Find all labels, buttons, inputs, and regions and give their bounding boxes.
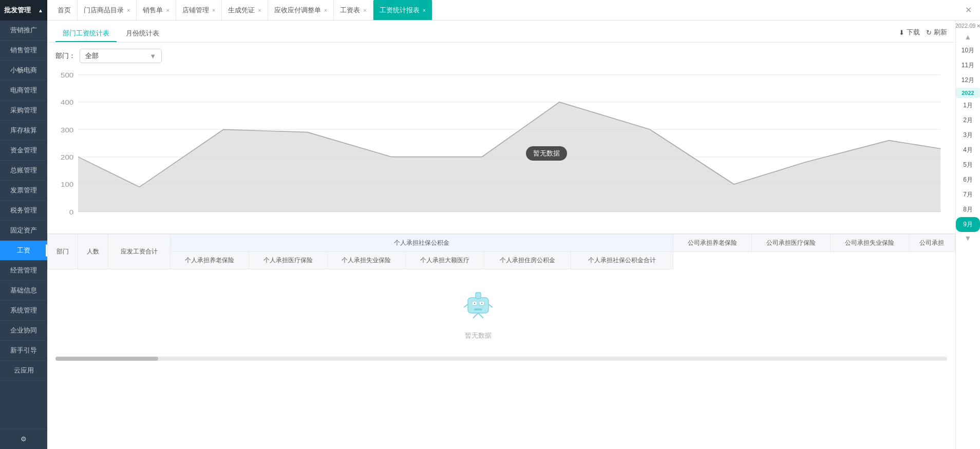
scroll-indicator[interactable] — [55, 357, 947, 361]
sidebar-item-资金管理[interactable]: 资金管理 — [0, 141, 47, 161]
chart-area: 500 400 300 200 100 0 — [47, 69, 955, 233]
download-icon: ⬇ — [899, 29, 904, 36]
sidebar-item-税务管理[interactable]: 税务管理 — [0, 201, 47, 221]
date-year-2022[interactable]: 2022 — [956, 88, 980, 98]
page-content: 部门工资统计表月份统计表 ⬇ 下载 ↻ 刷新 部门： 全部 ▼ — [47, 21, 955, 449]
col-p-unemployment: 个人承担失业保险 — [327, 252, 406, 269]
sub-tabs: 部门工资统计表月份统计表 ⬇ 下载 ↻ 刷新 — [47, 21, 955, 43]
sidebar-item-云应用[interactable]: 云应用 — [0, 361, 47, 381]
date-month-6[interactable]: 6月 — [956, 172, 980, 187]
tab-应收应付调整单[interactable]: 应收应付调整单× — [268, 0, 334, 20]
svg-line-21 — [478, 313, 483, 318]
sidebar-item-固定资产[interactable]: 固定资产 — [0, 221, 47, 241]
chart-svg: 500 400 300 200 100 0 — [55, 69, 947, 233]
download-button[interactable]: ⬇ 下载 — [899, 28, 920, 37]
date-panel-down[interactable]: ▼ — [963, 232, 974, 244]
tab-销售单[interactable]: 销售单× — [137, 0, 176, 20]
settings-button[interactable]: ⚙ — [0, 428, 47, 449]
data-table: 部门 人数 应发工资合计 个人承担社保公积金 公司承担养老保险 公司承担医疗保险… — [47, 234, 955, 356]
date-month-4[interactable]: 4月 — [956, 143, 980, 158]
date-panel-close-icon: ✕ — [976, 23, 980, 29]
tab-门店商品目录[interactable]: 门店商品目录× — [78, 0, 137, 20]
sidebar-header[interactable]: 批发管理 ▲ — [0, 0, 47, 21]
sidebar-item-企业协同[interactable]: 企业协同 — [0, 321, 47, 341]
settings-icon: ⚙ — [21, 435, 27, 443]
sidebar-item-工资[interactable]: 工资 — [0, 241, 47, 261]
sidebar-item-新手引导[interactable]: 新手引导 — [0, 341, 47, 361]
tab-首页[interactable]: 首页 — [51, 0, 78, 20]
sidebar-item-基础信息[interactable]: 基础信息 — [0, 281, 47, 301]
tab-生成凭证[interactable]: 生成凭证× — [222, 0, 268, 20]
filter-row: 部门： 全部 ▼ — [47, 43, 955, 69]
col-p-major-medical: 个人承担大额医疗 — [406, 252, 484, 269]
date-month-7[interactable]: 7月 — [956, 187, 980, 202]
refresh-button[interactable]: ↻ 刷新 — [926, 28, 947, 37]
tab-close-销售单[interactable]: × — [166, 7, 169, 13]
date-panel-up[interactable]: ▲ — [963, 31, 974, 43]
date-month-5[interactable]: 5月 — [956, 158, 980, 172]
date-month-10[interactable]: 10月 — [956, 43, 980, 58]
col-p-total: 个人承担社保公积金合计 — [571, 252, 673, 269]
date-month-12[interactable]: 12月 — [956, 73, 980, 88]
close-all-icon: ✕ — [965, 5, 972, 15]
refresh-icon: ↻ — [926, 29, 932, 36]
col-headcount: 人数 — [78, 235, 108, 269]
tab-close-店铺管理[interactable]: × — [212, 7, 215, 13]
table-area[interactable]: 部门 人数 应发工资合计 个人承担社保公积金 公司承担养老保险 公司承担医疗保险… — [47, 233, 955, 449]
sidebar-item-销售管理[interactable]: 销售管理 — [0, 41, 47, 61]
sub-tab-actions: ⬇ 下载 ↻ 刷新 — [899, 28, 947, 40]
empty-text: 暂无数据 — [465, 331, 492, 340]
department-select[interactable]: 全部 ▼ — [80, 49, 162, 63]
date-panel-header[interactable]: 2022.09 ✕ — [955, 21, 980, 31]
col-company-unemp: 公司承担失业保险 — [831, 235, 909, 252]
sidebar-title: 批发管理 — [4, 6, 31, 15]
scroll-thumb — [55, 357, 158, 361]
tab-close-工资表[interactable]: × — [363, 7, 366, 13]
sidebar-item-营销推广[interactable]: 营销推广 — [0, 21, 47, 41]
sub-tab-部门工资统计表[interactable]: 部门工资统计表 — [55, 26, 117, 42]
date-month-8[interactable]: 8月 — [956, 202, 980, 217]
svg-text:500: 500 — [61, 71, 73, 79]
date-month-3[interactable]: 3月 — [956, 128, 980, 143]
svg-text:400: 400 — [61, 99, 73, 106]
empty-icon — [458, 285, 499, 326]
sidebar-item-库存核算[interactable]: 库存核算 — [0, 121, 47, 141]
sidebar-item-小畅电商[interactable]: 小畅电商 — [0, 61, 47, 81]
svg-text:300: 300 — [61, 126, 73, 134]
col-company-old: 公司承担养老保险 — [673, 235, 752, 252]
col-p-pension: 个人承担养老保险 — [170, 252, 249, 269]
date-month-2[interactable]: 2月 — [956, 113, 980, 128]
col-p-medical: 个人承担医疗保险 — [249, 252, 327, 269]
tab-close-工资统计报表[interactable]: × — [423, 7, 426, 13]
svg-line-22 — [464, 304, 468, 307]
tab-bar: 首页门店商品目录×销售单×店铺管理×生成凭证×应收应付调整单×工资表×工资统计报… — [47, 0, 980, 21]
date-month-11[interactable]: 11月 — [956, 58, 980, 73]
chart-no-data-tooltip: 暂无数据 — [526, 146, 567, 161]
date-panel-title: 2022.09 — [955, 23, 975, 29]
sidebar-item-发票管理[interactable]: 发票管理 — [0, 181, 47, 201]
sub-tab-月份统计表[interactable]: 月份统计表 — [119, 26, 166, 42]
select-arrow-icon: ▼ — [149, 52, 156, 60]
svg-text:0: 0 — [69, 208, 74, 216]
sidebar-item-总账管理[interactable]: 总账管理 — [0, 161, 47, 181]
tab-工资统计报表[interactable]: 工资统计报表× — [373, 0, 432, 20]
col-p-housing: 个人承担住房公积金 — [484, 252, 571, 269]
sidebar-item-电商管理[interactable]: 电商管理 — [0, 81, 47, 101]
sidebar-item-系统管理[interactable]: 系统管理 — [0, 301, 47, 321]
tab-close-门店商品目录[interactable]: × — [127, 7, 130, 13]
tab-close-应收应付调整单[interactable]: × — [324, 7, 327, 13]
tab-bar-close[interactable]: ✕ — [961, 5, 976, 15]
tab-close-生成凭证[interactable]: × — [258, 7, 261, 13]
date-month-1[interactable]: 1月 — [956, 98, 980, 113]
sidebar-item-采购管理[interactable]: 采购管理 — [0, 101, 47, 121]
svg-text:200: 200 — [61, 153, 73, 161]
sidebar-item-经营管理[interactable]: 经营管理 — [0, 261, 47, 281]
date-panel: 2022.09 ✕ ▲ 10月 11月 12月 2022 1月 2月 3月 4月… — [955, 21, 980, 449]
tab-工资表[interactable]: 工资表× — [334, 0, 373, 20]
date-month-9[interactable]: 9月 — [956, 217, 980, 232]
tab-店铺管理[interactable]: 店铺管理× — [176, 0, 222, 20]
svg-line-20 — [473, 313, 478, 318]
col-personal-insurance: 个人承担社保公积金 — [170, 235, 673, 252]
svg-rect-19 — [476, 292, 481, 299]
col-company-other: 公司承担 — [909, 235, 955, 252]
